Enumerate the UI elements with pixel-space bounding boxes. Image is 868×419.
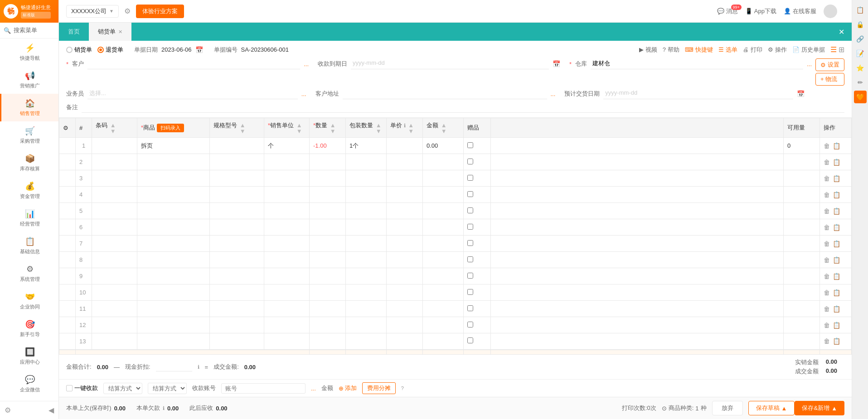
row-unit[interactable] — [264, 219, 310, 236]
row-copy-icon[interactable]: 📋 — [833, 273, 840, 280]
row-gift[interactable] — [464, 154, 491, 170]
due-date-calendar-icon[interactable]: 📅 — [553, 60, 560, 67]
row-copy-icon[interactable]: 📋 — [833, 175, 840, 182]
rs-btn-edit[interactable]: ✏ — [854, 76, 867, 89]
row-unit[interactable] — [264, 317, 310, 333]
row-delete-icon[interactable]: 🗑 — [824, 289, 830, 296]
sidebar-item-appstore[interactable]: 🔲 应用中心 — [0, 342, 58, 370]
save-draft-button[interactable]: 保存草稿 ▲ — [748, 401, 795, 415]
row-gift[interactable] — [464, 170, 491, 187]
sidebar-item-basic[interactable]: 📋 基础信息 — [0, 232, 58, 260]
overdue-info-icon[interactable]: ℹ — [163, 405, 165, 411]
row-spec[interactable] — [210, 203, 264, 219]
row-gift[interactable] — [464, 236, 491, 252]
row-product[interactable] — [137, 268, 210, 284]
row-qty[interactable] — [310, 317, 346, 333]
row-amount[interactable]: 0.00 — [423, 138, 464, 154]
row-product[interactable] — [137, 170, 210, 187]
row-delete-icon[interactable]: 🗑 — [824, 240, 830, 247]
row-barcode[interactable] — [92, 301, 137, 317]
row-amount[interactable] — [423, 252, 464, 268]
row-amount[interactable] — [423, 154, 464, 170]
row-barcode[interactable] — [92, 187, 137, 203]
row-pack[interactable] — [346, 284, 387, 301]
row-barcode[interactable] — [92, 236, 137, 252]
row-gift[interactable] — [464, 317, 491, 333]
row-product[interactable] — [137, 236, 210, 252]
row-unit[interactable] — [264, 187, 310, 203]
row-barcode[interactable] — [92, 154, 137, 170]
sidebar-search[interactable]: 🔍 搜索菜单 — [0, 23, 58, 39]
row-barcode[interactable] — [92, 317, 137, 333]
sidebar-item-sales[interactable]: 🏠 销售管理 — [0, 94, 58, 121]
row-product[interactable] — [137, 252, 210, 268]
row-amount[interactable] — [423, 203, 464, 219]
row-copy-icon[interactable]: 📋 — [833, 159, 840, 166]
row-qty[interactable] — [310, 252, 346, 268]
row-pack[interactable] — [346, 333, 387, 350]
row-product[interactable] — [137, 219, 210, 236]
row-gift[interactable] — [464, 252, 491, 268]
row-amount[interactable] — [423, 219, 464, 236]
tab-sales-order[interactable]: 销货单 ✕ — [89, 23, 131, 41]
save-new-button[interactable]: 保存&新增 ▲ — [795, 401, 844, 415]
sidebar-settings-icon[interactable]: ⚙ — [5, 406, 11, 414]
toolbar-operations[interactable]: ⚙ 操作 — [768, 46, 787, 54]
topbar-settings-icon[interactable]: ⚙ — [124, 7, 131, 15]
row-price[interactable] — [387, 138, 423, 154]
row-unit[interactable]: 个 — [264, 138, 310, 154]
row-pack[interactable] — [346, 154, 387, 170]
row-price[interactable] — [387, 284, 423, 301]
row-price[interactable] — [387, 301, 423, 317]
scan-button[interactable]: 扫码录入 — [157, 124, 184, 132]
row-barcode[interactable] — [92, 268, 137, 284]
row-barcode[interactable] — [92, 284, 137, 301]
row-price[interactable] — [387, 236, 423, 252]
salesperson-dots[interactable]: ... — [301, 91, 306, 97]
row-qty[interactable] — [310, 170, 346, 187]
row-spec[interactable] — [210, 236, 264, 252]
customer-dots[interactable]: ... — [304, 61, 309, 67]
row-spec[interactable] — [210, 187, 264, 203]
row-amount[interactable] — [423, 333, 464, 350]
customer-input[interactable] — [87, 58, 300, 69]
row-copy-icon[interactable]: 📋 — [833, 289, 840, 296]
row-unit[interactable] — [264, 252, 310, 268]
expected-delivery-calendar-icon[interactable]: 📅 — [797, 90, 805, 97]
row-barcode[interactable] — [92, 203, 137, 219]
sidebar-item-inventory[interactable]: 📦 库存核算 — [0, 149, 58, 177]
payment-method-select[interactable]: 结算方式 — [103, 383, 142, 394]
row-gift[interactable] — [464, 333, 491, 350]
view-list-icon[interactable]: ☰ — [830, 45, 837, 54]
rs-btn-star[interactable]: ⭐ — [854, 62, 867, 74]
calc-method-select[interactable]: 结算方式 — [148, 383, 187, 394]
sidebar-item-enterprise[interactable]: 🤝 企业协同 — [0, 287, 58, 315]
row-delete-icon[interactable]: 🗑 — [824, 207, 830, 215]
row-price[interactable] — [387, 170, 423, 187]
row-barcode[interactable] — [92, 170, 137, 187]
toolbar-print[interactable]: 🖨 打印 — [743, 46, 762, 54]
radio-return-order[interactable]: 退货单 — [97, 46, 123, 54]
row-price[interactable] — [387, 317, 423, 333]
row-spec[interactable] — [210, 301, 264, 317]
row-unit[interactable] — [264, 333, 310, 350]
row-pack[interactable] — [346, 252, 387, 268]
notes-input[interactable] — [82, 102, 844, 113]
row-copy-icon[interactable]: 📋 — [833, 224, 840, 231]
row-pack[interactable] — [346, 236, 387, 252]
row-spec[interactable] — [210, 219, 264, 236]
row-amount[interactable] — [423, 187, 464, 203]
date-calendar-icon[interactable]: 📅 — [195, 46, 203, 53]
row-gift[interactable] — [464, 284, 491, 301]
row-price[interactable] — [387, 252, 423, 268]
customer-address-input[interactable] — [343, 88, 547, 99]
sidebar-item-purchase[interactable]: 🛒 采购管理 — [0, 121, 58, 149]
row-copy-icon[interactable]: 📋 — [833, 337, 840, 345]
row-unit[interactable] — [264, 284, 310, 301]
row-copy-icon[interactable]: 📋 — [833, 322, 840, 329]
row-product[interactable] — [137, 284, 210, 301]
row-spec[interactable] — [210, 154, 264, 170]
row-gift[interactable] — [464, 268, 491, 284]
row-amount[interactable] — [423, 170, 464, 187]
row-gift[interactable] — [464, 138, 491, 154]
